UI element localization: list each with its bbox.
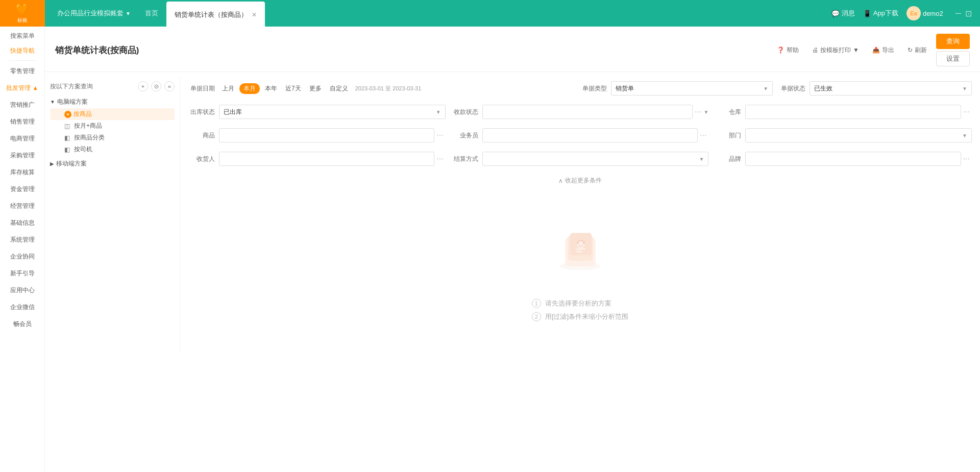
quick-nav[interactable]: 快捷导航 (10, 43, 35, 58)
search-menu-label[interactable]: 搜索菜单 (10, 32, 35, 39)
warehouse-dots[interactable]: ··· (961, 107, 972, 116)
date-btn-this-year[interactable]: 本年 (262, 83, 280, 94)
doc-type-select[interactable]: 销货单 ▼ (611, 81, 773, 96)
search-menu[interactable]: 搜索菜单 (0, 27, 44, 43)
sidebar-item-wholesale[interactable]: 批发管理 ▲ (0, 80, 44, 97)
sidebar-item-enterprise[interactable]: 企业协同 (0, 248, 44, 265)
scheme-month-icon: ◫ (64, 123, 70, 130)
scheme-group-mobile-label: 移动端方案 (56, 159, 87, 168)
sidebar-item-wechat[interactable]: 企业微信 (0, 299, 44, 316)
salesperson-input[interactable] (482, 128, 698, 143)
workspace-label: 办公用品行业模拟账套 (57, 9, 124, 18)
salesperson-dots[interactable]: ··· (698, 131, 708, 140)
sidebar-item-finance[interactable]: 资金管理 (0, 181, 44, 198)
step-2-text: 用[过滤]条件来缩小分析范围 (545, 312, 628, 321)
filter-form-area: 单据日期 上月 本月 本年 近7天 更多 自定义 2023-03-01 至 20… (180, 77, 980, 352)
sidebar-item-member[interactable]: 畅会员 (0, 316, 44, 333)
sidebar-item-retail[interactable]: 零售管理 (0, 63, 44, 80)
sidebar-item-operations[interactable]: 经营管理 (0, 198, 44, 215)
doc-status-select[interactable]: 已生效 ▼ (810, 81, 972, 96)
scheme-category-icon: ◧ (64, 134, 70, 141)
tab-sales-stat[interactable]: 销货单统计表（按商品） ✕ (166, 2, 265, 28)
recipient-input[interactable] (219, 152, 434, 166)
sidebar-item-sales[interactable]: 销售管理 (0, 113, 44, 130)
minimize-icon[interactable]: ─ (955, 9, 961, 18)
brand-control: ··· (745, 152, 972, 166)
sidebar-item-ecommerce[interactable]: 电商管理 (0, 130, 44, 147)
scheme-edit-btn[interactable]: ⊙ (151, 81, 161, 91)
date-btn-custom[interactable]: 自定义 (327, 83, 351, 94)
app-download-btn[interactable]: 📱 App下载 (863, 9, 898, 18)
warehouse-input[interactable] (745, 105, 961, 119)
scheme-tools: + ⊙ « (138, 81, 175, 91)
refresh-btn[interactable]: ↻ 刷新 (903, 44, 931, 57)
page-actions: ❓ 帮助 🖨 按模板打印 ▼ 📤 导出 ↻ 刷新 查询 (773, 34, 970, 66)
warehouse-label: 仓库 (715, 108, 745, 116)
payment-method-select[interactable]: ▼ (482, 152, 709, 166)
department-select[interactable]: ▼ (745, 128, 972, 143)
department-label: 部门 (715, 131, 745, 140)
payment-status-input[interactable] (482, 105, 693, 119)
collapse-btn[interactable]: ∧ 收起更多条件 (558, 176, 602, 185)
scheme-collapse-btn[interactable]: « (164, 81, 175, 91)
payment-status-control: ··· ▼ (482, 105, 709, 119)
empty-step-2: 2 用[过滤]条件来缩小分析范围 (532, 312, 628, 321)
sidebar-item-marketing[interactable]: 营销推广 (0, 97, 44, 113)
maximize-icon[interactable]: ⊡ (965, 9, 972, 18)
message-btn[interactable]: 💬 消息 (831, 9, 855, 18)
scheme-item-driver-label: 按司机 (74, 145, 92, 154)
app-logo[interactable]: 🧡 标账 (0, 0, 45, 27)
sidebar: 🧡 标账 搜索菜单 快捷导航 零售管理 批发管理 ▲ 营销推广 销售管理 电商管… (0, 0, 45, 472)
brand-dots[interactable]: ··· (961, 154, 972, 163)
print-label: 按模板打印 (820, 46, 851, 55)
scheme-item-by-product-label: 按商品 (74, 110, 92, 119)
sidebar-item-purchase[interactable]: 采购管理 (0, 147, 44, 164)
date-btn-7days[interactable]: 近7天 (282, 83, 304, 94)
message-label: 消息 (842, 9, 855, 18)
print-btn[interactable]: 🖨 按模板打印 ▼ (808, 44, 863, 57)
recipient-dots[interactable]: ··· (434, 154, 445, 163)
filter-row-1: 单据日期 上月 本月 本年 近7天 更多 自定义 2023-03-01 至 20… (180, 77, 980, 96)
product-dots[interactable]: ··· (434, 131, 445, 140)
sidebar-item-inventory[interactable]: 库存核算 (0, 164, 44, 181)
scheme-item-driver[interactable]: ◧ 按司机 (50, 144, 175, 155)
sidebar-item-basicinfo[interactable]: 基础信息 (0, 215, 44, 231)
help-btn[interactable]: ❓ 帮助 (773, 44, 803, 57)
scheme-item-month-product[interactable]: ◫ 按月+商品 (50, 120, 175, 132)
scheme-group-mobile[interactable]: ▶ 移动端方案 (50, 157, 175, 170)
export-icon: 📤 (872, 46, 880, 54)
tab-close-icon[interactable]: ✕ (252, 11, 257, 18)
user-avatar: Ea (906, 6, 921, 20)
scheme-add-btn[interactable]: + (138, 81, 148, 91)
workspace-selector[interactable]: 办公用品行业模拟账套 ▼ (51, 9, 137, 18)
settings-btn[interactable]: 设置 (936, 51, 970, 66)
outbound-select[interactable]: 已出库 ▼ (219, 105, 446, 119)
date-btn-this-month[interactable]: 本月 (239, 83, 260, 94)
scheme-item-category[interactable]: ◧ 按商品分类 (50, 132, 175, 144)
sidebar-item-system[interactable]: 系统管理 (0, 231, 44, 248)
sidebar-item-apps[interactable]: 应用中心 (0, 282, 44, 299)
date-btn-more[interactable]: 更多 (306, 83, 325, 94)
product-input[interactable] (219, 128, 434, 143)
scheme-item-by-product[interactable]: ● 按商品 (50, 108, 175, 120)
tab-home[interactable]: 首页 (137, 0, 166, 27)
user-menu[interactable]: Ea demo2 (906, 6, 943, 20)
topnav-right: 💬 消息 📱 App下载 Ea demo2 ─ ⊡ (831, 6, 980, 20)
help-icon: ❓ (777, 46, 785, 54)
payment-method-label: 结算方式 (452, 155, 482, 163)
sidebar-item-guide[interactable]: 新手引导 (0, 265, 44, 282)
recipient-control: ··· (219, 152, 446, 166)
scheme-tree: ▼ 电脑端方案 ● 按商品 ◫ 按月+商品 ◧ 按商品分类 (50, 96, 175, 170)
date-btn-last-month[interactable]: 上月 (219, 83, 237, 94)
scheme-group-desktop[interactable]: ▼ 电脑端方案 (50, 96, 175, 108)
brand-label: 品牌 (715, 155, 745, 163)
brand-input[interactable] (745, 152, 961, 166)
export-btn[interactable]: 📤 导出 (868, 44, 898, 57)
payment-status-dots[interactable]: ··· (693, 107, 703, 116)
filter-item-department: 部门 ▼ (715, 128, 972, 143)
product-control: ··· (219, 128, 446, 143)
content-area: 销货单统计表(按商品) ❓ 帮助 🖨 按模板打印 ▼ 📤 导出 ↻ 刷新 (45, 27, 980, 472)
query-btn[interactable]: 查询 (936, 34, 970, 49)
date-control: 上月 本月 本年 近7天 更多 自定义 2023-03-01 至 2023-03… (219, 83, 574, 94)
filter-item-salesperson: 业务员 ··· (452, 128, 709, 143)
